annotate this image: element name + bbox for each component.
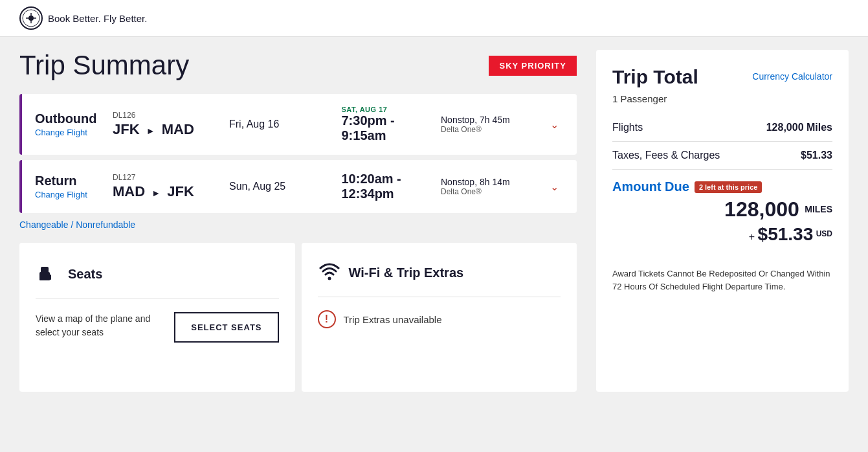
return-time: 10:20am - 12:34pm: [342, 172, 428, 201]
passenger-count: 1 Passenger: [612, 93, 832, 104]
taxes-label: Taxes, Fees & Charges: [612, 150, 720, 161]
return-flight-card: Return Change Flight DL127 MAD ► JFK Sun…: [19, 160, 577, 213]
logo-text: Book Better. Fly Better.: [48, 13, 147, 24]
return-arrow: ►: [151, 188, 161, 198]
trip-extras-unavailable: ! Trip Extras unavailable: [318, 310, 561, 328]
extras-unavailable-text: Trip Extras unavailable: [344, 314, 442, 325]
logo-area: Book Better. Fly Better.: [19, 6, 147, 30]
return-cabin: Delta One®: [441, 187, 544, 196]
seats-description: View a map of the plane and select your …: [36, 312, 161, 339]
alert-circle-icon: !: [318, 310, 336, 328]
outbound-flight-number: DL126: [113, 111, 216, 120]
svg-point-7: [328, 277, 331, 280]
outbound-time: 7:30pm - 9:15am: [342, 113, 428, 143]
outbound-cabin: Delta One®: [441, 125, 544, 134]
outbound-date-highlight: SAT, AUG 17: [342, 106, 428, 113]
plus-sign: +: [749, 231, 755, 242]
changeable-note[interactable]: Changeable / Nonrefundable: [19, 220, 577, 230]
outbound-route-col: DL126 JFK ► MAD: [113, 111, 216, 138]
wifi-card: Wi-Fi & Trip Extras ! Trip Extras unavai…: [302, 243, 577, 392]
svg-rect-4: [41, 267, 49, 273]
select-seats-button[interactable]: SELECT SEATS: [174, 312, 278, 343]
page-title-row: Trip Summary SKY PRIORITY: [19, 50, 577, 81]
usd-unit: USD: [816, 229, 832, 238]
seats-title: Seats: [68, 267, 102, 282]
outbound-duration-col: Nonstop, 7h 45m Delta One®: [441, 115, 544, 134]
outbound-label-col: Outbound Change Flight: [35, 111, 113, 137]
return-time-col: 10:20am - 12:34pm: [329, 172, 441, 201]
bottom-cards: Seats View a map of the plane and select…: [19, 243, 577, 392]
outbound-date: Fri, Aug 16: [229, 119, 316, 130]
seats-card-header: Seats: [36, 259, 279, 299]
currency-calculator-link[interactable]: Currency Calculator: [752, 71, 832, 82]
wifi-icon: [318, 259, 341, 287]
flights-value: 128,000 Miles: [766, 122, 832, 133]
left-at-price-badge: 2 left at this price: [695, 181, 762, 193]
return-chevron-down-icon[interactable]: ⌄: [550, 181, 559, 192]
outbound-chevron-down-icon[interactable]: ⌄: [550, 119, 559, 130]
award-note: Award Tickets Cannot Be Redeposited Or C…: [612, 267, 832, 293]
wifi-card-header: Wi-Fi & Trip Extras: [318, 259, 561, 297]
left-panel: Trip Summary SKY PRIORITY Outbound Chang…: [19, 50, 577, 392]
wifi-title: Wi-Fi & Trip Extras: [349, 266, 464, 280]
return-route-col: DL127 MAD ► JFK: [113, 173, 216, 200]
return-change-flight[interactable]: Change Flight: [35, 190, 113, 199]
return-label: Return: [35, 174, 113, 188]
seats-content: View a map of the plane and select your …: [36, 312, 279, 343]
seats-icon: [36, 259, 60, 289]
amount-due-section: Amount Due 2 left at this price 128,000 …: [612, 170, 832, 254]
outbound-time-col: SAT, AUG 17 7:30pm - 9:15am: [329, 106, 441, 143]
miles-unit: MILES: [805, 204, 832, 214]
return-route: MAD ► JFK: [113, 183, 216, 200]
sky-priority-badge: SKY PRIORITY: [489, 56, 577, 76]
amount-due-miles: 128,000 MILES: [612, 198, 832, 221]
return-date: Sun, Aug 25: [229, 181, 316, 192]
miles-number: 128,000: [724, 198, 799, 221]
taxes-value: $51.33: [801, 150, 832, 161]
header-bar: Book Better. Fly Better.: [0, 0, 868, 37]
taxes-price-row: Taxes, Fees & Charges $51.33: [612, 142, 832, 170]
outbound-flight-card: Outbound Change Flight DL126 JFK ► MAD F…: [19, 94, 577, 155]
outbound-chevron-col[interactable]: ⌄: [544, 119, 564, 131]
flights-price-row: Flights 128,000 Miles: [612, 114, 832, 142]
return-duration-col: Nonstop, 8h 14m Delta One®: [441, 177, 544, 196]
amount-due-label: Amount Due: [612, 179, 689, 194]
outbound-nonstop: Nonstop, 7h 45m: [441, 115, 544, 125]
plus-usd-row: + $51.33 USD: [612, 224, 832, 245]
return-label-col: Return Change Flight: [35, 174, 113, 199]
page-title: Trip Summary: [19, 50, 189, 81]
usd-amount: $51.33: [758, 224, 814, 244]
seats-card: Seats View a map of the plane and select…: [19, 243, 295, 392]
trip-total-title: Trip Total: [612, 66, 698, 88]
right-panel: Trip Total Currency Calculator 1 Passeng…: [596, 50, 849, 392]
outbound-route: JFK ► MAD: [113, 121, 216, 138]
return-nonstop: Nonstop, 8h 14m: [441, 177, 544, 187]
return-info-col: Sun, Aug 25: [216, 181, 329, 192]
outbound-change-flight[interactable]: Change Flight: [35, 128, 113, 137]
svg-point-2: [28, 16, 34, 21]
return-chevron-col[interactable]: ⌄: [544, 181, 564, 193]
flights-label: Flights: [612, 122, 643, 133]
logo-icon: [19, 6, 43, 30]
svg-rect-6: [39, 278, 50, 280]
return-flight-number: DL127: [113, 173, 216, 182]
outbound-label: Outbound: [35, 111, 113, 126]
outbound-info-col: Fri, Aug 16: [216, 119, 329, 130]
outbound-arrow: ►: [146, 126, 155, 136]
